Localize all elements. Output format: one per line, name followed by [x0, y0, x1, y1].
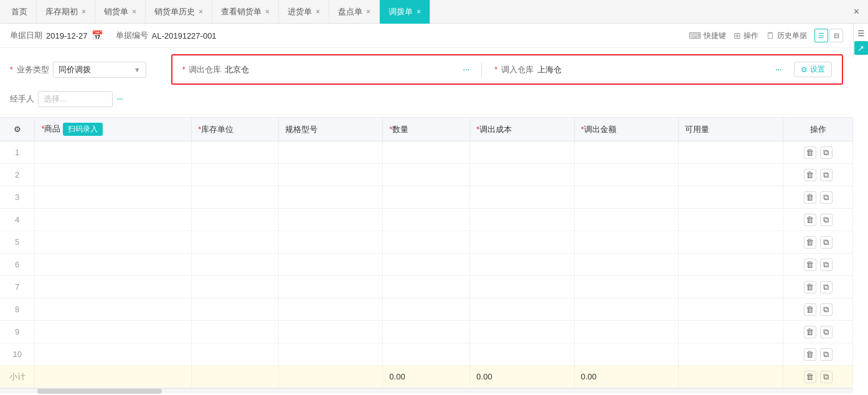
cell-amount[interactable]: [574, 276, 679, 298]
delete-row-icon[interactable]: 🗑: [804, 326, 816, 338]
cell-cost[interactable]: [470, 321, 575, 343]
in-warehouse-more-icon[interactable]: ···: [775, 64, 781, 75]
cell-product[interactable]: [35, 231, 192, 254]
tab-close-inventory-init[interactable]: ×: [82, 7, 86, 16]
cell-qty[interactable]: [383, 141, 470, 164]
tab-close-view-sales[interactable]: ×: [265, 7, 270, 16]
settings-icon[interactable]: ⚙: [14, 125, 21, 134]
cell-product[interactable]: [35, 321, 192, 343]
cell-amount[interactable]: [574, 141, 679, 164]
cell-unit[interactable]: [191, 186, 278, 209]
out-warehouse-more-icon[interactable]: ···: [463, 64, 469, 75]
window-close-button[interactable]: ×: [847, 6, 866, 17]
cell-qty[interactable]: [383, 298, 470, 321]
cell-unit[interactable]: [191, 298, 278, 321]
in-warehouse-value[interactable]: 上海仓: [537, 64, 562, 75]
handler-select[interactable]: 选择...: [38, 91, 113, 107]
tab-view-sales[interactable]: 查看销货单 ×: [212, 0, 279, 24]
cell-cost[interactable]: [470, 164, 575, 186]
tab-stocktake[interactable]: 盘点单 ×: [329, 0, 380, 24]
cell-qty[interactable]: [383, 186, 470, 209]
copy-row-icon[interactable]: ⧉: [820, 371, 833, 383]
copy-row-icon[interactable]: ⧉: [820, 303, 833, 316]
cell-spec[interactable]: [278, 164, 383, 186]
cell-spec[interactable]: [278, 321, 383, 343]
delete-row-icon[interactable]: 🗑: [804, 348, 816, 361]
cell-qty[interactable]: [383, 343, 470, 366]
cell-amount[interactable]: [574, 254, 679, 276]
cell-spec[interactable]: [278, 186, 383, 209]
delete-row-icon[interactable]: 🗑: [804, 236, 816, 249]
cell-amount[interactable]: [574, 186, 679, 209]
cell-spec[interactable]: [278, 343, 383, 366]
cell-qty[interactable]: [383, 209, 470, 231]
delete-row-icon[interactable]: 🗑: [804, 259, 816, 271]
cell-cost[interactable]: [470, 276, 575, 298]
settings-button[interactable]: ⚙ 设置: [794, 62, 832, 77]
cell-product[interactable]: [35, 186, 192, 209]
cell-amount[interactable]: [574, 343, 679, 366]
tab-transfer[interactable]: 调拨单 ×: [380, 0, 430, 24]
copy-row-icon[interactable]: ⧉: [820, 169, 833, 181]
tab-sales-history[interactable]: 销货单历史 ×: [146, 0, 212, 24]
cell-spec[interactable]: [278, 298, 383, 321]
tab-close-purchase[interactable]: ×: [316, 7, 320, 16]
cell-spec[interactable]: [278, 209, 383, 231]
copy-row-icon[interactable]: ⧉: [820, 214, 833, 226]
cell-spec[interactable]: [278, 231, 383, 254]
cell-spec[interactable]: [278, 276, 383, 298]
tab-close-transfer[interactable]: ×: [417, 7, 421, 16]
copy-row-icon[interactable]: ⧉: [820, 236, 833, 249]
layout-list-icon[interactable]: ☰: [814, 29, 828, 42]
cell-qty[interactable]: [383, 276, 470, 298]
cell-unit[interactable]: [191, 164, 278, 186]
cell-cost[interactable]: [470, 343, 575, 366]
business-type-select[interactable]: 同价调拨 ▼: [53, 62, 146, 78]
cell-product[interactable]: [35, 276, 192, 298]
cell-product[interactable]: [35, 298, 192, 321]
shortcuts-button[interactable]: ⌨ 快捷键: [689, 31, 726, 41]
tab-close-stocktake[interactable]: ×: [366, 7, 370, 16]
delete-row-icon[interactable]: 🗑: [804, 303, 816, 316]
cell-amount[interactable]: [574, 298, 679, 321]
col-settings[interactable]: ⚙: [0, 118, 35, 141]
cell-cost[interactable]: [470, 298, 575, 321]
history-button[interactable]: 🗒 历史单据: [766, 31, 807, 41]
delete-row-icon[interactable]: 🗑: [804, 146, 816, 159]
tab-home[interactable]: 首页: [2, 0, 37, 24]
cell-amount[interactable]: [574, 209, 679, 231]
tab-purchase[interactable]: 进货单 ×: [279, 0, 329, 24]
copy-row-icon[interactable]: ⧉: [820, 348, 833, 361]
copy-row-icon[interactable]: ⧉: [820, 281, 833, 293]
cell-unit[interactable]: [191, 343, 278, 366]
calendar-icon[interactable]: 📅: [92, 30, 103, 41]
cell-product[interactable]: [35, 343, 192, 366]
actions-button[interactable]: ⊞ 操作: [734, 31, 758, 41]
cell-amount[interactable]: [574, 321, 679, 343]
cell-product[interactable]: [35, 164, 192, 186]
tab-close-sales-history[interactable]: ×: [199, 7, 203, 16]
cell-cost[interactable]: [470, 186, 575, 209]
cell-qty[interactable]: [383, 254, 470, 276]
delete-row-icon[interactable]: 🗑: [804, 191, 816, 204]
cell-cost[interactable]: [470, 254, 575, 276]
cell-cost[interactable]: [470, 141, 575, 164]
copy-row-icon[interactable]: ⧉: [820, 259, 833, 271]
cell-unit[interactable]: [191, 141, 278, 164]
delete-row-icon[interactable]: 🗑: [804, 371, 816, 383]
handler-more-icon[interactable]: ···: [116, 93, 123, 105]
cell-unit[interactable]: [191, 276, 278, 298]
cell-unit[interactable]: [191, 321, 278, 343]
delete-row-icon[interactable]: 🗑: [804, 281, 816, 293]
cell-product[interactable]: [35, 254, 192, 276]
cell-cost[interactable]: [470, 209, 575, 231]
layout-grid-icon[interactable]: ⊟: [829, 29, 843, 42]
tab-sales-order[interactable]: 销货单 ×: [95, 0, 146, 24]
cell-product[interactable]: [35, 209, 192, 231]
copy-row-icon[interactable]: ⧉: [820, 191, 833, 204]
scroll-thumb[interactable]: [37, 389, 162, 394]
cell-cost[interactable]: [470, 231, 575, 254]
copy-row-icon[interactable]: ⧉: [820, 326, 833, 338]
cell-qty[interactable]: [383, 231, 470, 254]
sidebar-expand-icon[interactable]: ↗: [854, 41, 868, 55]
